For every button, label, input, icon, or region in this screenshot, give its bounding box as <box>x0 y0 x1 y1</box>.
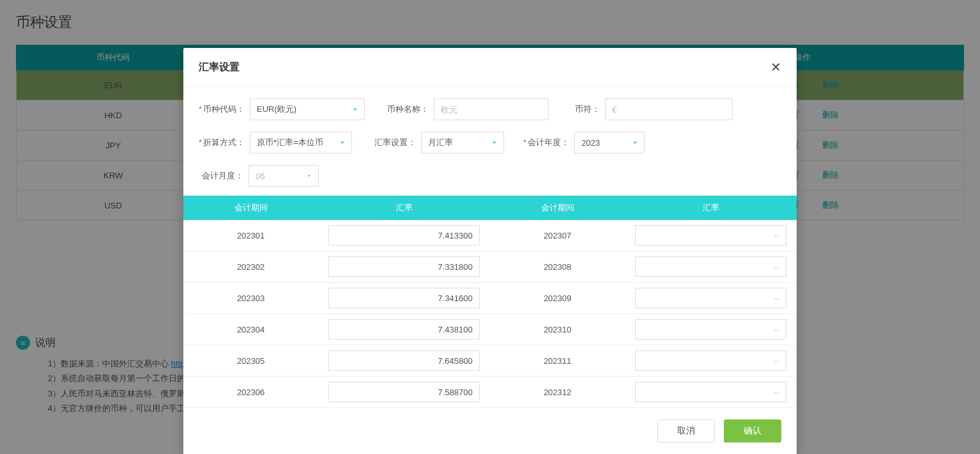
rate-row: 202305202311 <box>183 345 797 377</box>
fiscal-year-select[interactable] <box>574 132 645 153</box>
label-month: 会计月度： <box>199 170 243 182</box>
period-cell: 202304 <box>183 314 318 345</box>
cancel-button[interactable]: 取消 <box>657 419 715 429</box>
rate-input[interactable] <box>328 225 479 246</box>
rate-row: 202306202312 <box>183 377 797 408</box>
period-cell: 202303 <box>183 283 318 314</box>
rate-modal: 汇率设置 ✕ 币种代码： 币种名称： 币符： <box>183 48 797 429</box>
convert-method-select[interactable] <box>250 132 352 153</box>
period-cell: 202308 <box>490 251 625 283</box>
rate-row: 202301202307 <box>183 220 797 251</box>
period-cell: 202309 <box>490 283 625 314</box>
label-name: 币种名称： <box>384 104 429 115</box>
period-cell: 202310 <box>490 314 625 345</box>
fiscal-month-select[interactable] <box>249 165 319 187</box>
label-code: 币种代码： <box>199 104 245 115</box>
th-period: 会计期间 <box>183 196 318 220</box>
rate-input[interactable] <box>328 256 479 277</box>
rate-input[interactable] <box>635 350 786 371</box>
rate-input[interactable] <box>635 382 786 402</box>
period-cell: 202306 <box>183 377 318 408</box>
label-rate-set: 汇率设置： <box>371 137 416 148</box>
modal-title: 汇率设置 <box>199 61 240 74</box>
period-cell: 202305 <box>183 345 318 377</box>
rate-row: 202302202308 <box>183 251 797 283</box>
currency-code-select[interactable] <box>250 98 365 120</box>
ok-button[interactable]: 确认 <box>724 419 781 429</box>
rate-set-select[interactable] <box>421 132 504 153</box>
rate-input[interactable] <box>328 350 479 371</box>
rate-input[interactable] <box>328 319 479 340</box>
period-cell: 202302 <box>183 251 318 283</box>
th-period: 会计期间 <box>490 196 625 220</box>
label-symbol: 币符： <box>568 104 600 115</box>
period-cell: 202312 <box>490 377 625 408</box>
period-cell: 202301 <box>183 220 318 251</box>
currency-name-input[interactable] <box>434 98 549 120</box>
rate-input[interactable] <box>328 382 479 402</box>
rate-input[interactable] <box>328 288 479 308</box>
period-cell: 202307 <box>490 220 625 251</box>
th-rate: 汇率 <box>318 196 490 220</box>
th-rate: 汇率 <box>625 196 797 220</box>
close-icon[interactable]: ✕ <box>770 59 781 75</box>
period-cell: 202311 <box>490 345 625 377</box>
rate-input[interactable] <box>635 225 786 246</box>
rate-input[interactable] <box>635 256 786 277</box>
rate-row: 202304202310 <box>183 314 797 345</box>
rate-input[interactable] <box>635 288 786 308</box>
label-year: 会计年度： <box>523 137 569 148</box>
rate-input[interactable] <box>635 319 786 340</box>
rate-table: 会计期间 汇率 会计期间 汇率 202301202307202302202308… <box>183 196 797 408</box>
currency-symbol-input[interactable] <box>605 98 733 120</box>
modal-overlay: 汇率设置 ✕ 币种代码： 币种名称： 币符： <box>0 0 980 429</box>
label-convert: 折算方式： <box>199 137 245 148</box>
rate-row: 202303202309 <box>183 283 797 314</box>
